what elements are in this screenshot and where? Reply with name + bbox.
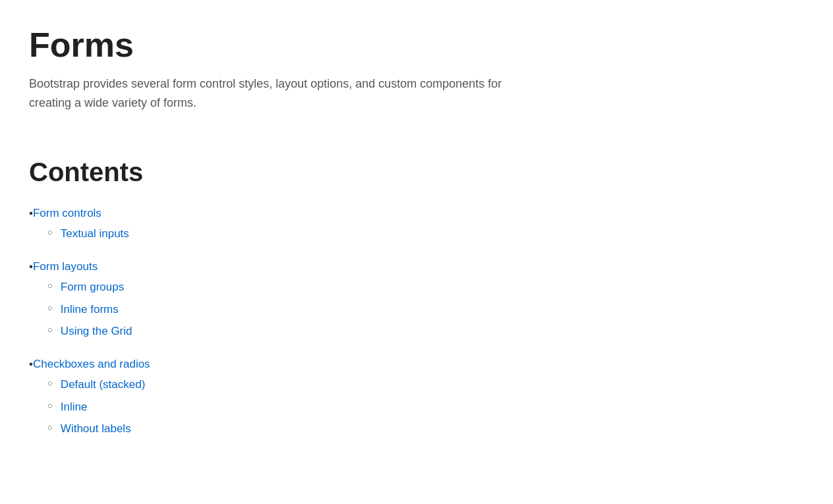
contents-sub-list: ○Form groups○Inline forms○Using the Grid — [47, 279, 132, 345]
bullet-hollow: ○ — [47, 401, 53, 410]
contents-heading: Contents — [29, 152, 804, 192]
contents-top-item: •Form layouts○Form groups○Inline forms○U… — [29, 258, 804, 349]
page-title: Forms — [29, 26, 804, 64]
contents-link-form-groups[interactable]: Form groups — [61, 279, 124, 296]
bullet-hollow: ○ — [47, 325, 53, 334]
bullet-hollow: ○ — [47, 281, 53, 290]
contents-link-without-labels[interactable]: Without labels — [61, 420, 131, 437]
contents-link-using-the-grid[interactable]: Using the Grid — [61, 323, 132, 340]
contents-link-form-controls[interactable]: Form controls — [33, 205, 101, 222]
bullet-hollow: ○ — [47, 379, 53, 387]
contents-link-inline-forms[interactable]: Inline forms — [61, 301, 119, 318]
contents-sub-list: ○Default (stacked)○Inline○Without labels — [47, 376, 150, 443]
contents-sub-item: ○Without labels — [47, 420, 150, 437]
page-description: Bootstrap provides several form control … — [29, 74, 517, 113]
contents-sub-item: ○Using the Grid — [47, 323, 132, 340]
contents-link-textual-inputs[interactable]: Textual inputs — [61, 225, 129, 242]
contents-sub-item: ○Default (stacked) — [47, 376, 150, 393]
bullet-hollow: ○ — [47, 228, 53, 237]
contents-top-item: •Form controls○Textual inputs — [29, 205, 804, 252]
contents-link-inline[interactable]: Inline — [61, 399, 88, 416]
contents-sub-list: ○Textual inputs — [47, 225, 129, 248]
contents-sub-item: ○Inline — [47, 399, 150, 416]
contents-top-item: •Checkboxes and radios○Default (stacked)… — [29, 356, 804, 447]
bullet-hollow: ○ — [47, 304, 53, 312]
contents-sub-item: ○Form groups — [47, 279, 132, 296]
contents-link-form-layouts[interactable]: Form layouts — [33, 258, 98, 275]
contents-link-default-stacked[interactable]: Default (stacked) — [61, 376, 146, 393]
contents-sub-item: ○Inline forms — [47, 301, 132, 318]
bullet-hollow: ○ — [47, 423, 53, 432]
contents-sub-item: ○Textual inputs — [47, 225, 129, 242]
contents-list: •Form controls○Textual inputs•Form layou… — [29, 205, 804, 447]
contents-link-checkboxes-and-radios[interactable]: Checkboxes and radios — [33, 356, 150, 373]
